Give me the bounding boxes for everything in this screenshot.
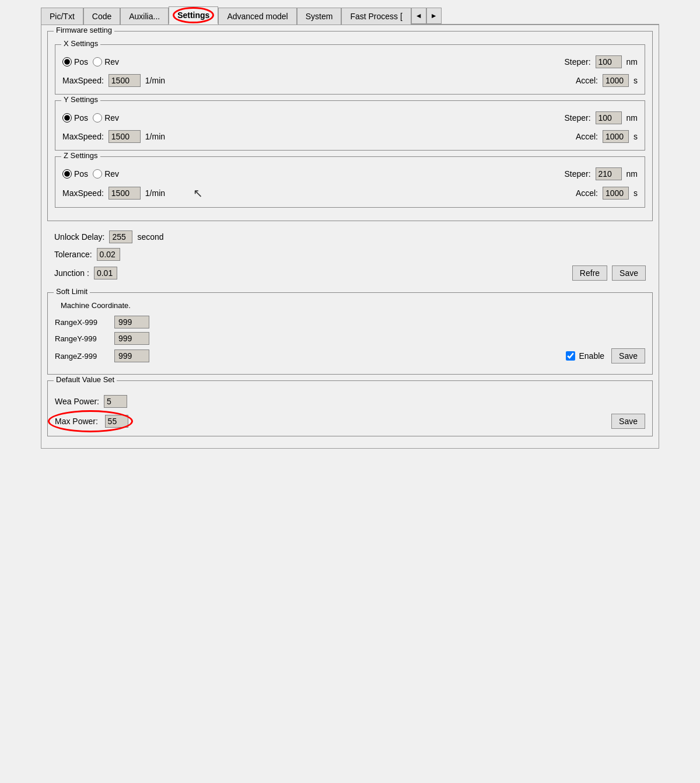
y-maxspeed-label: MaxSpeed: [62, 132, 104, 141]
y-settings-group: Y Settings Pos Rev Steper: nm [55, 100, 645, 151]
default-value-save-button[interactable]: Save [611, 414, 645, 429]
z-direction-row: Pos Rev Steper: nm [62, 167, 638, 180]
y-accel-unit: s [634, 132, 638, 141]
max-power-input[interactable] [105, 415, 128, 428]
z-maxspeed-label: MaxSpeed: [62, 188, 104, 198]
y-steper-label: Steper: [564, 113, 590, 123]
enable-label: Enable [579, 351, 604, 361]
wea-power-input[interactable] [104, 395, 127, 408]
z-steper-input[interactable] [596, 167, 622, 180]
z-rev-radio[interactable] [93, 169, 102, 179]
range-y-input[interactable] [114, 332, 149, 345]
machine-coordinate-label: Machine Coordinate. [61, 301, 131, 310]
tab-bar: Pic/Txt Code Auxilia... Settings Advance… [41, 6, 659, 25]
unlock-delay-unit: second [137, 232, 163, 242]
z-maxspeed-input[interactable] [108, 187, 141, 200]
unlock-delay-row: Unlock Delay: second [54, 230, 646, 243]
wea-power-label: Wea Power: [55, 397, 99, 406]
x-maxspeed-input[interactable] [108, 74, 141, 87]
refre-button[interactable]: Refre [572, 265, 607, 281]
x-speed-row: MaxSpeed: 1/min Accel: s [62, 74, 638, 87]
max-power-label: Max Power: [55, 417, 98, 426]
x-steper-label: Steper: [564, 57, 590, 67]
y-maxspeed-input[interactable] [108, 130, 141, 143]
tab-system[interactable]: System [297, 8, 342, 25]
tab-fast-process[interactable]: Fast Process [ [341, 8, 411, 25]
x-steper-input[interactable] [596, 55, 622, 68]
y-rev-radio[interactable] [93, 113, 102, 123]
z-rev-radio-label[interactable]: Rev [93, 169, 119, 179]
z-steper-unit: nm [626, 169, 638, 179]
enable-checkbox-label[interactable]: Enable [566, 351, 604, 361]
x-settings-group: X Settings Pos Rev Steper: nm [55, 44, 645, 95]
default-value-group: Default Value Set Wea Power: Max Power: … [47, 380, 653, 436]
y-rev-label: Rev [104, 113, 119, 123]
tab-code[interactable]: Code [83, 8, 120, 25]
z-accel-input[interactable] [603, 187, 629, 200]
x-maxspeed-label: MaxSpeed: [62, 76, 104, 85]
y-direction-row: Pos Rev Steper: nm [62, 111, 638, 124]
tab-next-button[interactable]: ► [426, 8, 442, 24]
range-y-row: RangeY-999 [55, 332, 645, 345]
range-z-label: RangeZ-999 [55, 352, 107, 361]
tab-auxiliary[interactable]: Auxilia... [120, 8, 169, 25]
x-accel-input[interactable] [603, 74, 629, 87]
max-power-circle: Max Power: [55, 415, 128, 428]
unlock-delay-input[interactable] [109, 230, 132, 243]
z-settings-group: Z Settings Pos Rev Steper: nm [55, 156, 645, 208]
range-z-row: RangeZ-999 Enable Save [55, 348, 645, 363]
unlock-delay-label: Unlock Delay: [54, 232, 104, 242]
y-accel-label: Accel: [576, 132, 598, 141]
y-pos-label: Pos [74, 113, 88, 123]
soft-limit-group: Soft Limit Machine Coordinate. RangeX-99… [47, 292, 653, 375]
z-settings-title: Z Settings [61, 151, 100, 160]
tab-settings[interactable]: Settings [169, 6, 218, 25]
x-pos-radio[interactable] [62, 57, 72, 67]
y-steper-unit: nm [626, 113, 638, 123]
y-steper-input[interactable] [596, 111, 622, 124]
y-pos-radio-label[interactable]: Pos [62, 113, 88, 123]
z-maxspeed-unit: 1/min [145, 188, 165, 198]
tolerance-input[interactable] [97, 248, 120, 261]
middle-section: Unlock Delay: second Tolerance: Junction… [47, 225, 653, 286]
tab-advanced-model[interactable]: Advanced model [218, 8, 296, 25]
x-pos-radio-label[interactable]: Pos [62, 57, 88, 67]
x-pos-label: Pos [74, 57, 88, 67]
range-x-row: RangeX-999 [55, 316, 645, 328]
x-accel-unit: s [634, 76, 638, 85]
z-pos-label: Pos [74, 169, 88, 179]
range-z-input[interactable] [114, 349, 149, 362]
tab-pic-txt[interactable]: Pic/Txt [41, 8, 83, 25]
enable-checkbox[interactable] [566, 351, 575, 361]
soft-limit-header: Soft Limit Machine Coordinate. [55, 301, 645, 310]
junction-input[interactable] [94, 267, 117, 279]
y-accel-input[interactable] [603, 130, 629, 143]
firmware-save-button[interactable]: Save [612, 265, 646, 281]
soft-limit-save-button[interactable]: Save [611, 348, 645, 363]
x-rev-label: Rev [104, 57, 119, 67]
y-maxspeed-unit: 1/min [145, 132, 165, 141]
z-accel-label: Accel: [576, 188, 598, 198]
tolerance-label: Tolerance: [54, 250, 92, 259]
wea-power-row: Wea Power: [55, 395, 645, 408]
y-pos-radio[interactable] [62, 113, 72, 123]
z-pos-radio[interactable] [62, 169, 72, 179]
z-rev-label: Rev [104, 169, 119, 179]
x-maxspeed-unit: 1/min [145, 76, 165, 85]
range-x-input[interactable] [114, 316, 149, 328]
tab-settings-label: Settings [177, 11, 209, 20]
x-accel-label: Accel: [576, 76, 598, 85]
z-speed-row: MaxSpeed: 1/min ↖ Accel: s [62, 186, 638, 200]
x-steper-unit: nm [626, 57, 638, 67]
default-value-title: Default Value Set [54, 375, 117, 384]
y-rev-radio-label[interactable]: Rev [93, 113, 119, 123]
firmware-setting-title: Firmware setting [54, 26, 114, 34]
tab-prev-button[interactable]: ◄ [411, 8, 426, 24]
x-rev-radio[interactable] [93, 57, 102, 67]
x-rev-radio-label[interactable]: Rev [93, 57, 119, 67]
x-settings-title: X Settings [61, 39, 100, 48]
junction-row: Junction : Refre Save [54, 265, 646, 281]
z-pos-radio-label[interactable]: Pos [62, 169, 88, 179]
main-content: Firmware setting X Settings Pos Rev Step… [41, 25, 659, 449]
cursor-icon: ↖ [193, 186, 203, 200]
